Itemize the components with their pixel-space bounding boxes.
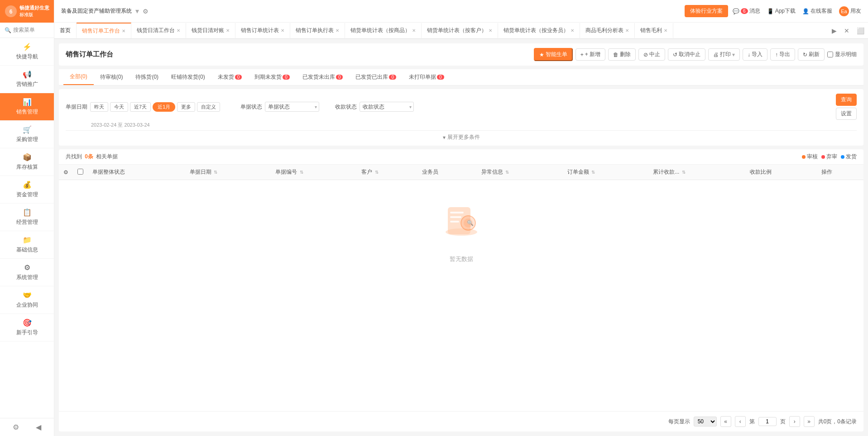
sidebar-item-collab[interactable]: 🤝 企业协同	[0, 286, 54, 314]
top-header: 装备及固定资产辅助管理系统 ▾ ⚙ 体验行业方案 💬 6 消息 📱 App下载 …	[54, 0, 868, 23]
tab-customer-stats[interactable]: 销货单统计表（按客户） ✕	[422, 23, 498, 38]
sidebar-item-finance[interactable]: 💰 资金管理	[0, 176, 54, 204]
col-amount[interactable]: 订单金额 ⇅	[563, 165, 649, 180]
sub-tab-not-shipped[interactable]: 未发货0	[211, 70, 249, 85]
sub-tab-pending-pick[interactable]: 待拣货(0)	[129, 70, 165, 85]
refresh-button[interactable]: ↻ 刷新	[798, 48, 825, 61]
prev-page-button[interactable]: ‹	[735, 416, 746, 427]
col-salesman[interactable]: 业务员	[417, 165, 477, 180]
add-button[interactable]: + + 新增	[575, 48, 605, 61]
cancel-stop-button[interactable]: ↺ 取消中止	[668, 48, 705, 61]
col-abnormal[interactable]: 异常信息 ⇅	[477, 165, 563, 180]
phone-icon: 📱	[767, 8, 774, 14]
trial-button[interactable]: 体验行业方案	[685, 5, 728, 17]
delete-button[interactable]: 🗑 删除	[608, 48, 636, 61]
export-button[interactable]: ↑ 导出	[770, 48, 795, 61]
tab-goods-stats-close[interactable]: ✕	[412, 28, 416, 33]
user-action[interactable]: Ea 用友	[839, 6, 861, 16]
sub-tab-shipped-not-out[interactable]: 已发货未出库0	[296, 70, 350, 85]
message-action[interactable]: 💬 6 消息	[733, 7, 760, 15]
show-detail-checkbox-wrap[interactable]: 显示明细	[827, 51, 857, 58]
sidebar-item-quick-nav[interactable]: ⚡ 快捷导航	[0, 38, 54, 66]
tab-sales-profit-close[interactable]: ✕	[664, 28, 667, 33]
tab-cash-goods[interactable]: 钱货日清工作台 ✕	[131, 23, 186, 38]
sub-tab-wangpu[interactable]: 旺铺待发货(0)	[165, 70, 211, 85]
payment-select[interactable]: 收款状态	[360, 102, 414, 112]
page-input[interactable]	[758, 417, 777, 426]
approve-dot	[802, 155, 806, 159]
tab-salesman-stats[interactable]: 销货单统计表（按业务员） ✕	[498, 23, 580, 38]
dropdown-arrow-icon[interactable]: ▾	[135, 7, 139, 15]
sidebar-item-system[interactable]: ⚙ 系统管理	[0, 259, 54, 286]
reject-action[interactable]: 弃审	[821, 153, 837, 161]
tab-salesman-stats-close[interactable]: ✕	[571, 28, 574, 33]
table-scroll[interactable]: ⚙ 单据整体状态 单据日期 ⇅	[59, 165, 863, 411]
col-customer[interactable]: 客户 ⇅	[357, 165, 417, 180]
sidebar-item-marketing[interactable]: 📢 营销推广	[0, 66, 54, 93]
sub-tab-pending-review[interactable]: 待审核(0)	[94, 70, 129, 85]
sidebar-item-basic[interactable]: 📁 基础信息	[0, 231, 54, 259]
tab-sales-profit[interactable]: 销售毛利 ✕	[635, 23, 673, 38]
expand-conditions-button[interactable]: ▾ 展开更多条件	[66, 130, 857, 141]
sidebar-item-purchase[interactable]: 🛒 采购管理	[0, 121, 54, 148]
tab-cash-reconcile[interactable]: 钱货日清对账 ✕	[186, 23, 235, 38]
select-all-checkbox[interactable]	[77, 169, 83, 175]
tab-maximize-icon[interactable]: ⬜	[853, 27, 868, 34]
next-page-button[interactable]: ›	[789, 416, 800, 427]
tab-home[interactable]: 首页	[54, 23, 77, 38]
col-number[interactable]: 单据编号 ⇅	[271, 165, 357, 180]
sub-tab-shipped-out[interactable]: 已发货已出库0	[349, 70, 403, 85]
query-button[interactable]: 查询	[836, 94, 857, 106]
status-select[interactable]: 单据状态	[265, 102, 319, 112]
more-btn[interactable]: 更多	[177, 102, 195, 112]
tab-sales-order[interactable]: 销售订单工作台 ✕	[77, 23, 131, 38]
7days-btn[interactable]: 近7天	[130, 102, 151, 112]
tab-sales-stats-close[interactable]: ✕	[281, 28, 284, 33]
page-size-select[interactable]: 50 10 20 100	[694, 417, 717, 427]
import-button[interactable]: ↓ 导入	[743, 48, 767, 61]
first-page-button[interactable]: «	[720, 416, 731, 427]
approve-action[interactable]: 审核	[802, 153, 818, 161]
settings-icon[interactable]: ⚙	[13, 423, 19, 431]
header-gear-icon[interactable]: ⚙	[143, 8, 149, 15]
tab-cash-goods-close[interactable]: ✕	[177, 28, 180, 33]
sidebar-search-item[interactable]: 🔍 搜索菜单	[0, 23, 54, 38]
tab-sales-order-close[interactable]: ✕	[122, 28, 125, 33]
sidebar-item-operation[interactable]: 📋 经营管理	[0, 204, 54, 231]
show-detail-checkbox[interactable]	[827, 52, 833, 57]
settings-button[interactable]: 设置	[836, 108, 857, 120]
col-date[interactable]: 单据日期 ⇅	[185, 165, 271, 180]
stop-button[interactable]: ⊘ 中止	[638, 48, 665, 61]
tab-sales-stats[interactable]: 销售订单统计表 ✕	[235, 23, 290, 38]
sidebar-item-inventory[interactable]: 📦 库存核算	[0, 148, 54, 176]
tab-sales-exec-close[interactable]: ✕	[336, 28, 339, 33]
tab-profit-analysis[interactable]: 商品毛利分析表 ✕	[580, 23, 635, 38]
tab-goods-stats[interactable]: 销货单统计表（按商品） ✕	[345, 23, 422, 38]
service-icon: 👤	[802, 8, 809, 14]
tab-sales-exec[interactable]: 销售订单执行表 ✕	[290, 23, 345, 38]
col-settings[interactable]: ⚙	[59, 165, 73, 180]
sub-tab-not-printed[interactable]: 未打印单据0	[403, 70, 451, 85]
print-button[interactable]: 🖨 打印 ▾	[708, 48, 740, 61]
1month-btn[interactable]: 近1月	[153, 102, 175, 112]
tab-scroll-right-icon[interactable]: ▶	[828, 27, 840, 34]
smart-generate-button[interactable]: ★ 智能生单	[534, 48, 573, 61]
last-page-button[interactable]: »	[804, 416, 815, 427]
custom-btn[interactable]: 自定义	[197, 102, 220, 112]
sub-tab-overdue-not-shipped[interactable]: 到期未发货0	[248, 70, 296, 85]
sidebar-item-guide[interactable]: 🎯 新手引导	[0, 314, 54, 341]
sub-tab-all[interactable]: 全部(0)	[63, 69, 94, 85]
tab-cash-reconcile-close[interactable]: ✕	[226, 28, 230, 33]
col-collected[interactable]: 累计收款... ⇅	[648, 165, 745, 180]
collapse-icon[interactable]: ◀	[36, 423, 41, 431]
today-btn[interactable]: 今天	[110, 102, 128, 112]
app-download-action[interactable]: 📱 App下载	[767, 7, 796, 15]
ship-action[interactable]: 发货	[841, 153, 857, 161]
online-service-action[interactable]: 👤 在线客服	[802, 7, 832, 15]
tab-customer-stats-close[interactable]: ✕	[489, 28, 492, 33]
tab-close-all-icon[interactable]: ✕	[840, 27, 853, 34]
sidebar-item-sales[interactable]: 📊 销售管理	[0, 93, 54, 121]
tab-profit-analysis-close[interactable]: ✕	[625, 28, 629, 33]
sub-tab-not-printed-label: 未打印单据	[409, 74, 436, 80]
yesterday-btn[interactable]: 昨天	[90, 102, 108, 112]
